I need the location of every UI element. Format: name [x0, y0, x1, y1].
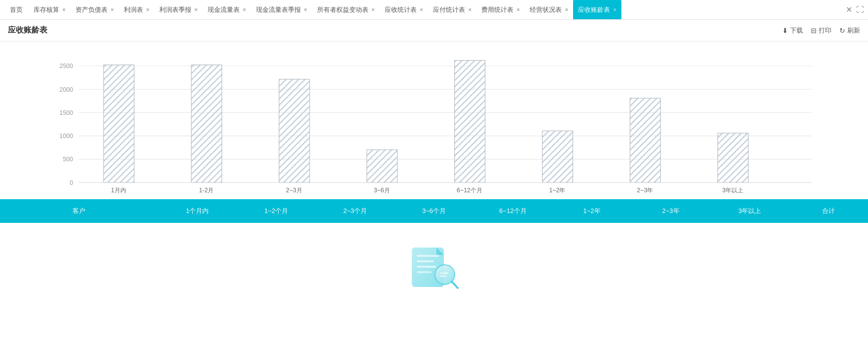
tab-balance-sheet[interactable]: 资产负债表 × — [71, 0, 119, 20]
print-icon: ⊟ — [811, 27, 817, 35]
tab-close-profit-quarterly[interactable]: × — [194, 6, 198, 13]
main-content: 0 500 1000 1500 2000 2500 1月内 1-2月 2~3月 … — [0, 41, 868, 355]
tab-profit-loss[interactable]: 利润表 × — [119, 0, 154, 20]
tab-cash-flow-quarterly[interactable]: 现金流量表季报 × — [251, 0, 312, 20]
maximize-button[interactable]: ⛶ — [856, 5, 864, 14]
bar-2-3month — [279, 79, 310, 182]
bar-1-2month — [191, 65, 222, 183]
tab-ar-aging[interactable]: 应收账龄表 × — [573, 0, 621, 20]
tab-bar: 首页 库存核算 × 资产负债表 × 利润表 × 利润表季报 × 现金流量表 × … — [0, 0, 868, 20]
svg-text:1500: 1500 — [60, 109, 73, 116]
bar-1month — [104, 65, 134, 183]
svg-rect-24 — [417, 260, 434, 262]
tab-close-ar-aging[interactable]: × — [613, 6, 616, 13]
svg-text:500: 500 — [63, 156, 73, 163]
tab-close-cash-flow-quarterly[interactable]: × — [304, 6, 307, 13]
print-button[interactable]: ⊟ 打印 — [811, 26, 832, 35]
table-header: 客户 1个月内 1~2个月 2~3个月 3~6个月 6~12个月 1~2年 2~… — [0, 199, 868, 223]
tab-bar-actions: ✕ ⛶ — [846, 5, 864, 14]
bar-3plus-year — [718, 133, 748, 182]
bar-3-6month — [367, 150, 398, 182]
bar-chart: 0 500 1000 1500 2000 2500 1月内 1-2月 2~3月 … — [10, 49, 858, 199]
svg-text:2~3年: 2~3年 — [637, 187, 653, 194]
svg-line-28 — [452, 282, 458, 288]
svg-text:6~12个月: 6~12个月 — [457, 187, 482, 194]
tab-close-profit-loss[interactable]: × — [146, 6, 149, 13]
svg-text:3年以上: 3年以上 — [722, 187, 743, 194]
col-header-1month: 1个月内 — [158, 207, 237, 215]
tab-inventory[interactable]: 库存核算 × — [29, 0, 71, 20]
col-header-3-6month: 3~6个月 — [395, 207, 473, 215]
close-all-button[interactable]: ✕ — [846, 5, 852, 14]
svg-text:2500: 2500 — [60, 63, 73, 70]
svg-rect-26 — [417, 271, 432, 273]
tab-equity-changes[interactable]: 所有者权益变动表 × — [312, 0, 380, 20]
col-header-3plus: 3年以上 — [710, 207, 789, 215]
svg-text:0: 0 — [70, 179, 73, 186]
svg-rect-23 — [417, 255, 439, 257]
tab-ar-stats[interactable]: 应收统计表 × — [380, 0, 428, 20]
svg-text:1-2月: 1-2月 — [199, 187, 214, 194]
svg-rect-25 — [417, 266, 436, 268]
tab-close-ar-stats[interactable]: × — [420, 6, 423, 13]
page-title: 应收账龄表 — [8, 25, 47, 36]
tab-profit-quarterly[interactable]: 利润表季报 × — [154, 0, 203, 20]
tab-operations[interactable]: 经营状况表 × — [525, 0, 573, 20]
svg-text:1000: 1000 — [60, 133, 73, 140]
col-header-1-2month: 1~2个月 — [237, 207, 316, 215]
svg-text:2~3月: 2~3月 — [286, 187, 302, 194]
tab-close-cash-flow[interactable]: × — [243, 6, 246, 13]
tab-close-ap-stats[interactable]: × — [468, 6, 471, 13]
table-body — [0, 223, 868, 321]
page-actions: ⬇ 下载 ⊟ 打印 ↻ 刷新 — [782, 26, 860, 35]
tab-expense-stats[interactable]: 费用统计表 × — [476, 0, 525, 20]
bar-1-2year — [542, 131, 573, 183]
tab-close-balance-sheet[interactable]: × — [110, 6, 114, 13]
bar-2-3year — [630, 98, 660, 182]
svg-text:3~6月: 3~6月 — [374, 187, 390, 194]
col-header-1-2year: 1~2年 — [552, 207, 631, 215]
empty-state-icon — [404, 238, 464, 292]
tab-home[interactable]: 首页 — [4, 0, 29, 20]
svg-text:2000: 2000 — [60, 86, 73, 93]
refresh-icon: ↻ — [839, 27, 845, 35]
bar-6-12month — [455, 61, 485, 183]
tab-close-inventory[interactable]: × — [62, 6, 66, 13]
col-header-customer: 客户 — [0, 207, 158, 215]
tab-close-operations[interactable]: × — [565, 6, 568, 13]
chart-area: 0 500 1000 1500 2000 2500 1月内 1-2月 2~3月 … — [0, 41, 868, 199]
col-header-6-12month: 6~12个月 — [473, 207, 552, 215]
tab-ap-stats[interactable]: 应付统计表 × — [428, 0, 476, 20]
download-button[interactable]: ⬇ 下载 — [782, 26, 803, 35]
tab-close-expense-stats[interactable]: × — [516, 6, 520, 13]
tab-close-equity-changes[interactable]: × — [371, 6, 375, 13]
col-header-2-3month: 2~3个月 — [316, 207, 395, 215]
tab-cash-flow[interactable]: 现金流量表 × — [203, 0, 251, 20]
page-header: 应收账龄表 ⬇ 下载 ⊟ 打印 ↻ 刷新 — [0, 20, 868, 41]
refresh-button[interactable]: ↻ 刷新 — [839, 26, 860, 35]
col-header-2-3year: 2~3年 — [631, 207, 710, 215]
col-header-total: 合计 — [789, 207, 868, 215]
svg-text:1月内: 1月内 — [111, 187, 126, 194]
svg-text:1~2年: 1~2年 — [549, 187, 565, 194]
download-icon: ⬇ — [782, 27, 788, 35]
